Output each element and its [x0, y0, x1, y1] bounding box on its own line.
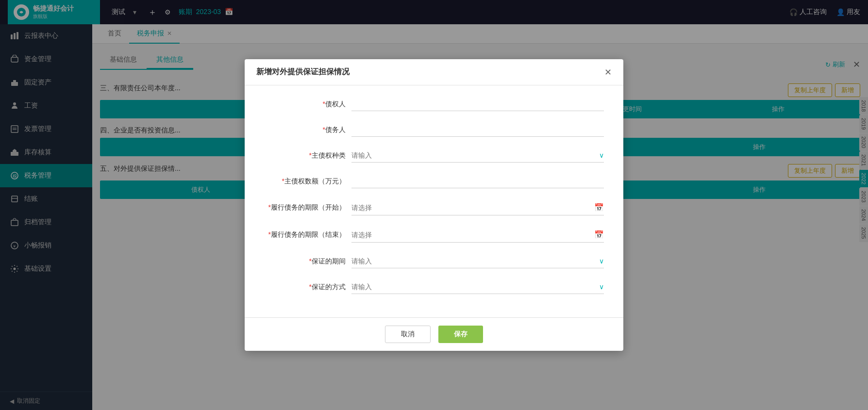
modal-close-button[interactable]: ✕ — [604, 68, 612, 77]
date-period-end: 📅 — [351, 227, 604, 243]
date-period-start: 📅 — [351, 200, 604, 215]
form-row-debt-type: *主债权种类 ∨ — [264, 148, 604, 163]
form-row-guarantee-period: *保证的期间 ∨ — [264, 254, 604, 268]
form-row-debt-amount: *主债权数额（万元） — [264, 174, 604, 188]
modal-body: *债权人 *债务人 *主债权种类 ∨ — [245, 85, 623, 317]
label-guarantee-method: *保证的方式 — [264, 283, 351, 292]
calendar-start-icon[interactable]: 📅 — [594, 203, 604, 212]
debt-type-chevron-icon[interactable]: ∨ — [599, 151, 604, 159]
label-creditor: *债权人 — [264, 100, 351, 109]
modal-dialog: 新增对外提供保证担保情况 ✕ *债权人 *债务人 *主债权种类 — [245, 59, 623, 351]
input-creditor[interactable] — [351, 97, 604, 111]
form-row-guarantee-method: *保证的方式 ∨ — [264, 280, 604, 294]
label-guarantee-period: *保证的期间 — [264, 257, 351, 266]
input-period-end[interactable] — [351, 231, 594, 239]
input-guarantee-period[interactable] — [351, 257, 599, 265]
input-period-start[interactable] — [351, 204, 594, 212]
input-debtor[interactable] — [351, 123, 604, 137]
modal-header: 新增对外提供保证担保情况 ✕ — [245, 59, 623, 85]
modal-overlay[interactable]: 新增对外提供保证担保情况 ✕ *债权人 *债务人 *主债权种类 — [0, 0, 868, 410]
save-button[interactable]: 保存 — [438, 326, 483, 343]
calendar-end-icon[interactable]: 📅 — [594, 230, 604, 239]
label-period-start: *履行债务的期限（开始） — [264, 203, 351, 212]
select-guarantee-period[interactable]: ∨ — [351, 254, 604, 268]
label-period-end: *履行债务的期限（结束） — [264, 230, 351, 239]
form-row-period-start: *履行债务的期限（开始） 📅 — [264, 200, 604, 215]
input-guarantee-method[interactable] — [351, 283, 599, 291]
form-row-debtor: *债务人 — [264, 123, 604, 137]
input-debt-amount[interactable] — [351, 174, 604, 188]
select-debt-type[interactable]: ∨ — [351, 148, 604, 163]
select-guarantee-method[interactable]: ∨ — [351, 280, 604, 294]
cancel-button[interactable]: 取消 — [385, 326, 431, 343]
form-row-creditor: *债权人 — [264, 97, 604, 111]
label-debt-type: *主债权种类 — [264, 151, 351, 160]
label-debt-amount: *主债权数额（万元） — [264, 177, 351, 186]
modal-footer: 取消 保存 — [245, 317, 623, 351]
form-row-period-end: *履行债务的期限（结束） 📅 — [264, 227, 604, 243]
guarantee-method-chevron-icon[interactable]: ∨ — [599, 283, 604, 291]
guarantee-period-chevron-icon[interactable]: ∨ — [599, 257, 604, 265]
modal-title: 新增对外提供保证担保情况 — [256, 67, 350, 77]
input-debt-type[interactable] — [351, 151, 599, 159]
label-debtor: *债务人 — [264, 126, 351, 134]
